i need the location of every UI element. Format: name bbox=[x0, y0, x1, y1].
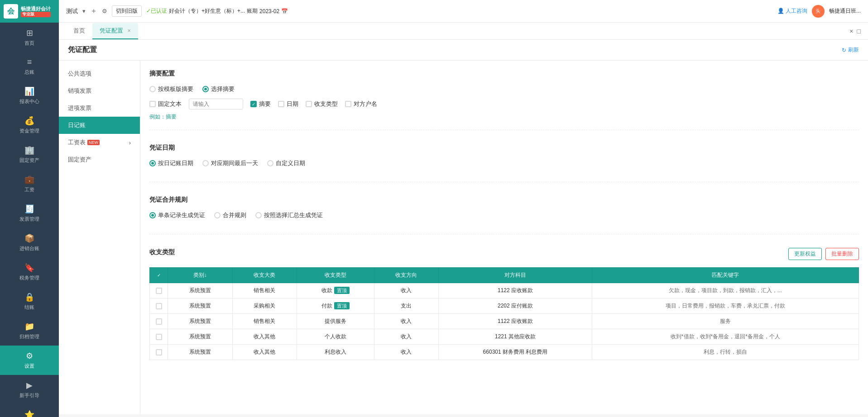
select-all-checkbox[interactable] bbox=[156, 272, 162, 279]
main-content: 测试 ▾ ＋ ⚙ 切到旧版 ✓已认证 好会计（专）+好生意（标）+... 账期 … bbox=[59, 0, 868, 417]
radio-journal-date[interactable]: 按日记账日期 bbox=[149, 159, 193, 167]
sidebar-label-funds: 资金管理 bbox=[19, 128, 39, 134]
table-row: 系统预置 采购相关 付款 置顶 支出 2202 应付账款 项目，日常费用，报销款… bbox=[150, 299, 859, 314]
page-container: 凭证配置 ↻ 刷新 公共选项 销项发票 进项发票 日记账 工资表 NEW › 固… bbox=[59, 40, 868, 417]
table-row: 系统预置 销售相关 提供服务 收入 1122 应收账款 服务 bbox=[150, 314, 859, 329]
sidebar-item-assets[interactable]: 🏢 固定资产 bbox=[0, 140, 59, 169]
page-title: 凭证配置 bbox=[68, 45, 97, 55]
username[interactable]: 畅捷通日班... bbox=[829, 7, 861, 15]
checkbox-label-type: 收支类型 bbox=[314, 100, 338, 108]
type-tag-1[interactable]: 置顶 bbox=[334, 302, 350, 309]
tax-icon: 🔖 bbox=[24, 263, 34, 273]
sidebar-item-payroll[interactable]: 💼 工资 bbox=[0, 169, 59, 199]
sidebar-item-member[interactable]: ⭐ 畅会员 bbox=[0, 404, 59, 417]
batch-delete-button[interactable]: 批量删除 bbox=[825, 248, 859, 260]
row-major-2: 销售相关 bbox=[232, 314, 297, 329]
sidebar-item-funds[interactable]: 💰 资金管理 bbox=[0, 110, 59, 140]
config-area: 摘要配置 按模板版摘要 选择摘要 bbox=[140, 61, 868, 414]
sidebar-item-ledger[interactable]: ≡ 总账 bbox=[0, 52, 59, 81]
merge-rules-title: 凭证合并规则 bbox=[149, 196, 859, 204]
radio-custom-date[interactable]: 自定义日期 bbox=[267, 159, 305, 167]
sidebar-item-purchase[interactable]: 📦 进销台账 bbox=[0, 228, 59, 257]
voucher-date-section: 凭证日期 按日记账日期 对应期间最后一天 bbox=[149, 144, 859, 182]
sidebar-item-archive[interactable]: 📁 归档管理 bbox=[0, 316, 59, 346]
switch-version-button[interactable]: 切到旧版 bbox=[112, 5, 142, 17]
row-checkbox-2[interactable] bbox=[150, 314, 168, 329]
row-checkbox-0[interactable] bbox=[150, 283, 168, 299]
sidebar-item-settings[interactable]: ⚙ 设置 bbox=[0, 346, 59, 375]
row-account-0: 1122 应收账款 bbox=[439, 283, 592, 299]
row-checkbox-4[interactable] bbox=[150, 345, 168, 360]
maximize-tab-button[interactable]: □ bbox=[857, 28, 861, 35]
radio-merge[interactable]: 合并规则 bbox=[214, 211, 246, 219]
radio-label-single: 单条记录生成凭证 bbox=[158, 211, 205, 219]
period-value: 2023-02 bbox=[259, 8, 279, 14]
settings-button[interactable]: ⚙ bbox=[102, 8, 107, 14]
checkbox-box-counterpart bbox=[345, 101, 351, 107]
voucher-date-radio-group: 按日记账日期 对应期间最后一天 自定义日期 bbox=[149, 159, 859, 167]
refresh-button[interactable]: ↻ 刷新 bbox=[842, 46, 859, 54]
sidebar-item-guide[interactable]: ▶ 新手引导 bbox=[0, 375, 59, 404]
help-button[interactable]: 👤 人工咨询 bbox=[777, 7, 807, 15]
checkbox-box-fixed bbox=[149, 101, 156, 107]
radio-circle-merge bbox=[214, 212, 221, 218]
sidebar-item-invoices[interactable]: 🧾 发票管理 bbox=[0, 199, 59, 228]
logo-text: 畅捷通好会计 bbox=[21, 5, 51, 12]
update-equity-button[interactable]: 更新权益 bbox=[788, 248, 822, 260]
checkbox-counterpart[interactable]: 对方户名 bbox=[345, 100, 377, 108]
summary-config-section: 摘要配置 按模板版摘要 选择摘要 bbox=[149, 70, 859, 130]
checkbox-fixed-text[interactable]: 固定文本 bbox=[149, 100, 182, 108]
th-checkbox[interactable] bbox=[150, 268, 168, 283]
sidebar-item-tax[interactable]: 🔖 税务管理 bbox=[0, 257, 59, 287]
sidebar-item-home[interactable]: ⊞ 首页 bbox=[0, 23, 59, 52]
sidebar-label-guide: 新手引导 bbox=[19, 392, 39, 399]
radio-circle-journal bbox=[149, 160, 156, 166]
sidebar-item-reports[interactable]: 📊 报表中心 bbox=[0, 81, 59, 110]
close-period-icon: 🔒 bbox=[24, 292, 34, 302]
nav-item-journal[interactable]: 日记账 bbox=[59, 117, 140, 134]
row-keywords-4: 利息，行转，损自 bbox=[592, 345, 858, 360]
row-category-0: 系统预置 bbox=[168, 283, 233, 299]
company-dropdown[interactable]: ▾ bbox=[82, 8, 86, 14]
table-actions: 更新权益 批量删除 bbox=[788, 248, 859, 260]
row-keywords-3: 收到*借款，收到*备用金，退回*备用金，个人 bbox=[592, 329, 858, 345]
funds-icon: 💰 bbox=[24, 116, 34, 126]
radio-summary-total[interactable]: 按照选择汇总生成凭证 bbox=[255, 211, 323, 219]
checkbox-label-summary: 摘要 bbox=[259, 100, 271, 108]
radio-label-period: 对应期间最后一天 bbox=[211, 159, 258, 167]
row-checkbox-3[interactable] bbox=[150, 329, 168, 345]
calendar-icon[interactable]: 📅 bbox=[281, 8, 288, 14]
company-name: 测试 bbox=[66, 7, 78, 15]
fixed-text-input[interactable] bbox=[189, 99, 243, 109]
table-row: 系统预置 销售相关 收款 置顶 收入 1122 应收账款 欠款，现金，项目款，到… bbox=[150, 283, 859, 299]
type-tag-0[interactable]: 置顶 bbox=[334, 287, 350, 294]
sidebar-label-assets: 固定资产 bbox=[19, 157, 39, 164]
nav-item-sales-invoice[interactable]: 销项发票 bbox=[59, 82, 140, 100]
nav-item-purchase-invoice[interactable]: 进项发票 bbox=[59, 100, 140, 117]
tab-home[interactable]: 首页 bbox=[66, 23, 92, 39]
radio-period-last[interactable]: 对应期间最后一天 bbox=[202, 159, 258, 167]
row-checkbox-1[interactable] bbox=[150, 299, 168, 314]
close-tab-button[interactable]: × bbox=[849, 28, 853, 35]
archive-icon: 📁 bbox=[24, 322, 34, 332]
tab-close-icon[interactable]: × bbox=[128, 28, 131, 34]
checkbox-date[interactable]: 日期 bbox=[278, 100, 298, 108]
sidebar-item-close[interactable]: 🔒 结账 bbox=[0, 287, 59, 316]
checkbox-box-date bbox=[278, 101, 284, 107]
nav-item-payroll-table[interactable]: 工资表 NEW › bbox=[59, 134, 140, 151]
radio-label-select: 选择摘要 bbox=[211, 85, 235, 93]
nav-item-fixed-assets[interactable]: 固定资产 bbox=[59, 151, 140, 168]
radio-template-summary[interactable]: 按模板版摘要 bbox=[149, 85, 193, 93]
row-account-3: 1221 其他应收款 bbox=[439, 329, 592, 345]
guide-icon: ▶ bbox=[26, 380, 33, 390]
product-tags: 好会计（专）+好生意（标）+... bbox=[169, 7, 245, 15]
radio-select-summary[interactable]: 选择摘要 bbox=[202, 85, 235, 93]
radio-single[interactable]: 单条记录生成凭证 bbox=[149, 211, 205, 219]
checkbox-type[interactable]: 收支类型 bbox=[306, 100, 338, 108]
th-major: 收支大类 bbox=[232, 268, 297, 283]
income-expense-table: 类别↓ 收支大类 收支类型 收支方向 对方科目 匹配关键字 bbox=[149, 267, 859, 360]
nav-item-public[interactable]: 公共选项 bbox=[59, 65, 140, 82]
tab-voucher-config[interactable]: 凭证配置 × bbox=[92, 23, 138, 39]
checkbox-summary[interactable]: 摘要 bbox=[250, 100, 271, 108]
add-button[interactable]: ＋ bbox=[90, 6, 97, 16]
